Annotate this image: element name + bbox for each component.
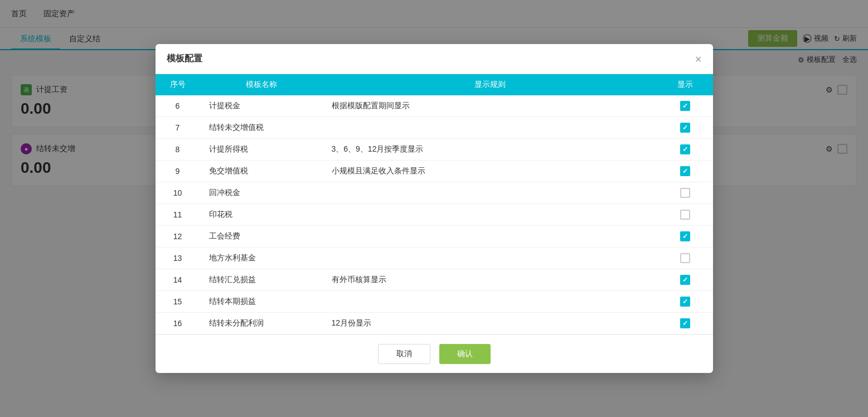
cell-name-0: 计提税金 — [200, 95, 323, 117]
cell-rule-5 — [323, 204, 657, 226]
modal-overlay: 模板配置 × 序号 模板名称 显示规则 显示 6计提税金根据模版配置期间显 — [0, 0, 868, 417]
checkbox-2[interactable] — [680, 144, 690, 154]
checkbox-4[interactable] — [680, 188, 690, 198]
cell-id-5: 11 — [156, 204, 200, 226]
cell-name-7: 地方水利基金 — [200, 248, 323, 269]
table-row: 6计提税金根据模版配置期间显示 — [156, 95, 713, 117]
checkbox-6[interactable] — [680, 231, 690, 241]
table-row: 14结转汇兑损益有外币核算显示 — [156, 269, 713, 291]
cell-check-0 — [657, 95, 713, 117]
cell-rule-3: 小规模且满足收入条件显示 — [323, 161, 657, 182]
cancel-button[interactable]: 取消 — [378, 344, 430, 364]
cell-name-10: 结转未分配利润 — [200, 313, 323, 334]
cell-name-3: 免交增值税 — [200, 161, 323, 182]
cell-rule-2: 3、6、9、12月按季度显示 — [323, 139, 657, 161]
cell-id-0: 6 — [156, 95, 200, 117]
modal-body: 序号 模板名称 显示规则 显示 6计提税金根据模版配置期间显示7结转未交增值税8… — [156, 74, 713, 334]
cell-rule-0: 根据模版配置期间显示 — [323, 95, 657, 117]
checkbox-7[interactable] — [680, 253, 690, 263]
cell-name-2: 计提所得税 — [200, 139, 323, 161]
cell-check-3 — [657, 161, 713, 182]
cell-id-9: 15 — [156, 291, 200, 313]
cell-name-5: 印花税 — [200, 204, 323, 226]
cell-name-8: 结转汇兑损益 — [200, 269, 323, 291]
cell-id-6: 12 — [156, 226, 200, 248]
modal-header: 模板配置 × — [156, 44, 713, 74]
modal-title: 模板配置 — [167, 53, 202, 65]
cell-id-8: 14 — [156, 269, 200, 291]
cell-id-10: 16 — [156, 313, 200, 334]
cell-check-9 — [657, 291, 713, 313]
cell-id-7: 13 — [156, 248, 200, 269]
cell-rule-8: 有外币核算显示 — [323, 269, 657, 291]
modal-footer: 取消 确认 — [156, 334, 713, 373]
table-row: 13地方水利基金 — [156, 248, 713, 269]
table-wrapper[interactable]: 序号 模板名称 显示规则 显示 6计提税金根据模版配置期间显示7结转未交增值税8… — [156, 74, 713, 334]
cell-id-1: 7 — [156, 117, 200, 139]
table-row: 7结转未交增值税 — [156, 117, 713, 139]
table-row: 8计提所得税3、6、9、12月按季度显示 — [156, 139, 713, 161]
table-row: 9免交增值税小规模且满足收入条件显示 — [156, 161, 713, 182]
modal-dialog: 模板配置 × 序号 模板名称 显示规则 显示 6计提税金根据模版配置期间显 — [156, 44, 713, 373]
col-header-id: 序号 — [156, 74, 200, 95]
checkbox-10[interactable] — [680, 318, 690, 328]
modal-close-button[interactable]: × — [695, 54, 702, 65]
cell-rule-7 — [323, 248, 657, 269]
col-header-display: 显示 — [657, 74, 713, 95]
cell-id-4: 10 — [156, 182, 200, 204]
table-row: 10回冲税金 — [156, 182, 713, 204]
table-row: 15结转本期损益 — [156, 291, 713, 313]
cell-check-5 — [657, 204, 713, 226]
table-header: 序号 模板名称 显示规则 显示 — [156, 74, 713, 95]
col-header-name: 模板名称 — [200, 74, 323, 95]
cell-name-6: 工会经费 — [200, 226, 323, 248]
checkbox-5[interactable] — [680, 210, 690, 220]
cell-rule-9 — [323, 291, 657, 313]
cell-name-9: 结转本期损益 — [200, 291, 323, 313]
cell-check-7 — [657, 248, 713, 269]
col-header-rule: 显示规则 — [323, 74, 657, 95]
cell-check-10 — [657, 313, 713, 334]
checkbox-8[interactable] — [680, 275, 690, 285]
cell-check-4 — [657, 182, 713, 204]
checkbox-3[interactable] — [680, 166, 690, 176]
cell-name-4: 回冲税金 — [200, 182, 323, 204]
cell-name-1: 结转未交增值税 — [200, 117, 323, 139]
config-table: 序号 模板名称 显示规则 显示 6计提税金根据模版配置期间显示7结转未交增值税8… — [156, 74, 713, 334]
cell-check-1 — [657, 117, 713, 139]
table-row: 16结转未分配利润12月份显示 — [156, 313, 713, 334]
table-row: 11印花税 — [156, 204, 713, 226]
table-row: 12工会经费 — [156, 226, 713, 248]
cell-rule-6 — [323, 226, 657, 248]
confirm-button[interactable]: 确认 — [439, 344, 491, 364]
checkbox-0[interactable] — [680, 101, 690, 111]
checkbox-9[interactable] — [680, 297, 690, 307]
cell-check-2 — [657, 139, 713, 161]
table-body: 6计提税金根据模版配置期间显示7结转未交增值税8计提所得税3、6、9、12月按季… — [156, 95, 713, 334]
cell-rule-4 — [323, 182, 657, 204]
cell-id-3: 9 — [156, 161, 200, 182]
cell-rule-10: 12月份显示 — [323, 313, 657, 334]
cell-rule-1 — [323, 117, 657, 139]
checkbox-1[interactable] — [680, 123, 690, 133]
cell-check-8 — [657, 269, 713, 291]
cell-id-2: 8 — [156, 139, 200, 161]
cell-check-6 — [657, 226, 713, 248]
